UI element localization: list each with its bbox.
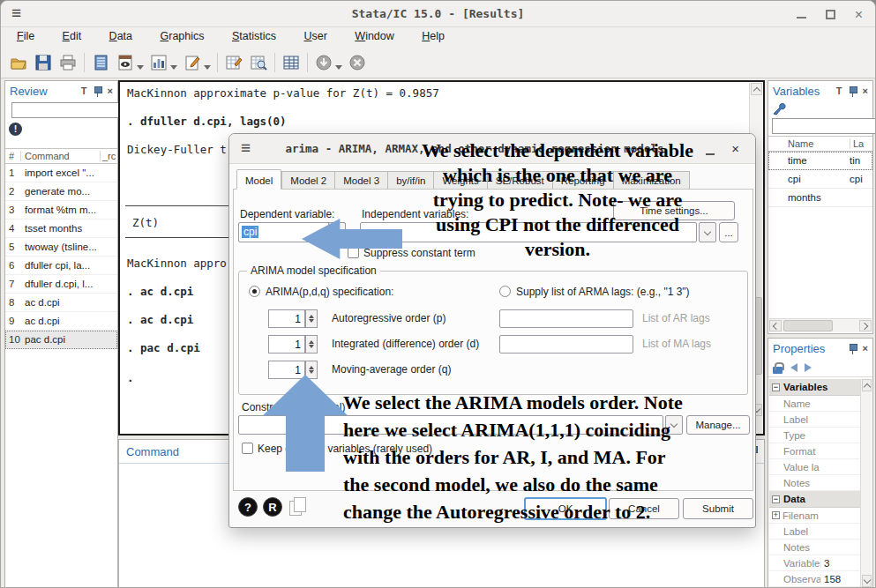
open-icon[interactable]	[7, 51, 30, 74]
review-row[interactable]: 8ac d.cpi	[5, 294, 117, 312]
results-line: . ac d.cpi	[127, 313, 193, 326]
diff-order-spinner[interactable]: 1	[268, 335, 305, 354]
property-row[interactable]: Type	[769, 428, 860, 443]
print-icon[interactable]	[56, 51, 79, 74]
do-file-editor-icon[interactable]	[181, 51, 204, 74]
filter-icon[interactable]: T	[836, 86, 842, 95]
filter-icon[interactable]: T	[81, 86, 87, 95]
results-line: . pac d.cpi	[127, 341, 200, 354]
property-row[interactable]: Value la	[769, 459, 860, 475]
variable-row[interactable]: cpicpi	[768, 170, 872, 189]
menu-data[interactable]: Data	[101, 27, 140, 44]
property-row[interactable]: Notes	[769, 540, 860, 555]
close-icon[interactable]: ×	[108, 86, 113, 95]
collapse-icon[interactable]: −	[772, 383, 780, 391]
variables-manager-icon[interactable]	[280, 51, 303, 74]
properties-section-data[interactable]: − Data	[769, 491, 860, 508]
properties-section-variables[interactable]: − Variables	[769, 379, 860, 396]
spinner-updown-icon[interactable]	[305, 309, 318, 328]
close-icon[interactable]: ×	[855, 10, 863, 19]
tab-model2[interactable]: Model 2	[281, 171, 334, 190]
property-row[interactable]: Observa158	[769, 571, 860, 587]
break-icon[interactable]	[346, 51, 369, 74]
collapse-icon[interactable]: −	[772, 495, 780, 503]
minimize-icon[interactable]	[797, 17, 806, 19]
menu-window[interactable]: Window	[347, 27, 401, 44]
column-name: Name	[768, 138, 850, 149]
review-row[interactable]: 3format %tm m...	[5, 201, 117, 220]
prev-variable-icon[interactable]	[790, 363, 797, 372]
variables-hscrollbar[interactable]	[769, 318, 872, 332]
save-icon[interactable]	[32, 51, 55, 74]
reset-button[interactable]: R	[263, 497, 282, 517]
menu-statistics[interactable]: Statistics	[224, 27, 284, 44]
do-editor-dropdown-icon[interactable]	[204, 65, 211, 70]
copy-command-icon[interactable]	[289, 497, 307, 517]
scroll-up-icon[interactable]	[862, 379, 872, 391]
data-browser-icon[interactable]	[247, 51, 270, 74]
review-row[interactable]: 1import excel "...	[5, 164, 117, 182]
dialog-menu-icon[interactable]: ≡	[241, 138, 251, 158]
help-button[interactable]: ?	[238, 497, 258, 517]
data-editor-icon[interactable]	[222, 51, 245, 74]
menu-edit[interactable]: Edit	[55, 27, 90, 44]
scrollbar-thumb[interactable]	[783, 320, 833, 331]
graph-icon[interactable]	[147, 51, 170, 74]
menu-file[interactable]: File	[9, 27, 42, 44]
expand-icon[interactable]: +	[772, 511, 780, 519]
next-variable-icon[interactable]	[805, 363, 812, 372]
ar-lags-input[interactable]	[499, 309, 633, 328]
close-icon[interactable]: ×	[863, 86, 868, 95]
annotation-note-arima-order: We select the ARIMA models order. Note h…	[343, 389, 772, 525]
properties-scrollbar[interactable]	[860, 379, 872, 587]
pin-icon[interactable]	[94, 86, 101, 97]
viewer-dropdown-icon[interactable]	[137, 65, 144, 70]
property-row[interactable]: Label	[769, 412, 860, 428]
menu-help[interactable]: Help	[414, 27, 453, 44]
review-row[interactable]: 2generate mo...	[5, 182, 117, 201]
scroll-down-icon[interactable]	[862, 575, 872, 587]
property-row[interactable]: Notes	[769, 475, 860, 491]
review-row-selected[interactable]: 10pac d.cpi	[5, 331, 117, 349]
variables-search-input[interactable]	[772, 118, 876, 134]
pin-icon[interactable]	[849, 86, 857, 97]
graph-dropdown-icon[interactable]	[170, 65, 177, 70]
review-row[interactable]: 6dfuller cpi, la...	[5, 257, 117, 275]
property-row[interactable]: Label	[769, 524, 860, 540]
wrench-icon[interactable]	[772, 102, 786, 116]
spinner-updown-icon[interactable]	[305, 361, 318, 379]
close-icon[interactable]: ×	[863, 344, 868, 353]
review-row[interactable]: 9ac d.cpi	[5, 312, 117, 331]
ma-order-spinner[interactable]: 1	[268, 361, 305, 379]
variable-row[interactable]: timetin	[768, 152, 872, 170]
menu-graphics[interactable]: Graphics	[152, 27, 212, 44]
error-filter-icon[interactable]: !	[9, 123, 22, 136]
more-results-icon[interactable]	[312, 51, 335, 74]
maximize-icon[interactable]	[826, 10, 835, 19]
ma-lags-input[interactable]	[499, 335, 633, 354]
menu-user[interactable]: User	[296, 27, 334, 44]
property-row[interactable]: +Filenam	[769, 508, 860, 524]
scroll-right-icon[interactable]	[859, 320, 872, 331]
review-row[interactable]: 7dfuller d.cpi, l...	[5, 275, 117, 294]
tab-model[interactable]: Model	[236, 169, 281, 190]
review-row[interactable]: 4tsset months	[5, 220, 117, 238]
lock-icon[interactable]	[772, 361, 783, 374]
pin-icon[interactable]	[849, 343, 857, 354]
scroll-up-icon[interactable]	[751, 83, 762, 95]
variable-row[interactable]: months	[768, 189, 872, 207]
property-row[interactable]: Name	[769, 396, 860, 412]
more-results-dropdown-icon[interactable]	[335, 65, 342, 70]
ar-order-spinner[interactable]: 1	[268, 309, 305, 328]
review-row[interactable]: 5twoway (tsline...	[5, 238, 117, 257]
arma-lags-radio[interactable]	[499, 286, 511, 297]
spinner-updown-icon[interactable]	[305, 335, 318, 354]
property-row[interactable]: Variable3	[769, 555, 860, 571]
arima-pdq-radio[interactable]	[249, 286, 260, 297]
scroll-left-icon[interactable]	[769, 320, 782, 331]
results-line: MacKinnon appro	[127, 257, 227, 270]
viewer-icon[interactable]	[114, 51, 137, 74]
keep-collinear-checkbox[interactable]	[242, 443, 253, 454]
log-icon[interactable]	[89, 51, 112, 74]
property-row[interactable]: Format	[769, 443, 860, 459]
